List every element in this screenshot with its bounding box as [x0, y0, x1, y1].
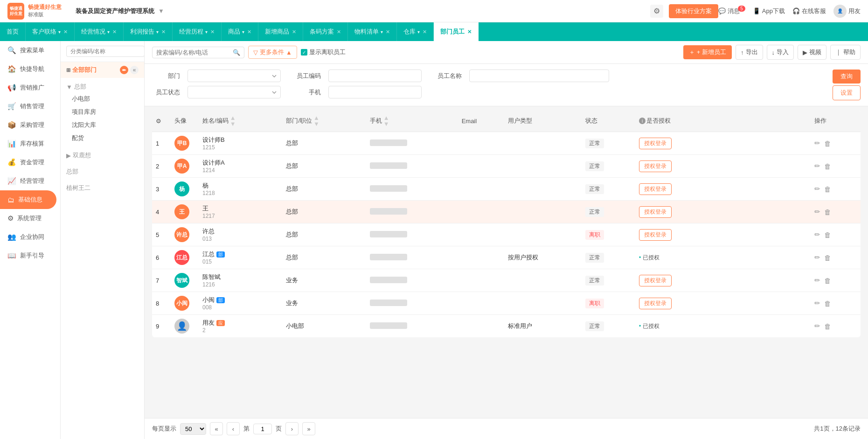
- show-resigned-toggle[interactable]: ✓ 显示离职员工: [301, 48, 346, 56]
- auth-login-button[interactable]: 授权登录: [639, 229, 672, 241]
- dept-edit-icon[interactable]: ✏: [120, 66, 128, 74]
- top-right-actions: 💬 消息 5 📱 App下载 🎧 在线客服 👤 用友: [718, 5, 861, 18]
- delete-icon[interactable]: 🗑: [824, 208, 831, 216]
- emp-code-input[interactable]: [328, 70, 422, 82]
- tab-add-goods[interactable]: 新增商品 ✕: [258, 22, 303, 41]
- edit-icon[interactable]: ✏: [814, 230, 820, 239]
- edit-icon[interactable]: ✏: [814, 185, 820, 193]
- phone-input[interactable]: [328, 86, 422, 98]
- last-page-button[interactable]: »: [302, 422, 315, 435]
- auth-login-button[interactable]: 授权登录: [639, 275, 672, 286]
- edit-icon[interactable]: ✏: [814, 322, 820, 330]
- auth-login-button[interactable]: 授权登录: [639, 138, 672, 149]
- next-page-button[interactable]: ›: [285, 422, 299, 435]
- dept-search-input[interactable]: [66, 46, 145, 57]
- auth-login-button[interactable]: 授权登录: [639, 298, 672, 309]
- edit-icon[interactable]: ✏: [814, 276, 820, 285]
- tab-dept-staff[interactable]: 部门员工 ✕: [434, 22, 479, 41]
- search-input[interactable]: [156, 49, 231, 56]
- dept-collapse-icon[interactable]: «: [130, 66, 139, 74]
- dept-section-title-zs[interactable]: 植树王二: [61, 181, 144, 194]
- col-name[interactable]: 姓名/编码▲▼: [199, 110, 282, 132]
- delete-icon[interactable]: 🗑: [824, 231, 831, 239]
- sidebar-item-basic[interactable]: 🗂 基础信息: [0, 190, 56, 209]
- delete-icon[interactable]: 🗑: [824, 254, 831, 262]
- tab-customer[interactable]: 客户联络 ▾✕: [26, 22, 75, 41]
- dept-select[interactable]: [187, 70, 281, 82]
- tab-home[interactable]: 首页: [0, 22, 26, 41]
- search-submit-icon[interactable]: 🔍: [233, 49, 240, 56]
- delete-icon[interactable]: 🗑: [824, 162, 831, 170]
- sidebar-item-inventory[interactable]: 📊 库存核算: [0, 134, 60, 153]
- edit-icon[interactable]: ✏: [814, 139, 820, 147]
- settings-gear-icon[interactable]: ⚙: [650, 5, 663, 18]
- tab-goods[interactable]: 商品 ▾✕: [222, 22, 258, 41]
- prev-page-button[interactable]: ‹: [227, 422, 240, 435]
- tab-barcode[interactable]: 条码方案 ✕: [303, 22, 348, 41]
- message-button[interactable]: 💬 消息 5: [718, 7, 745, 15]
- row-status: 正常: [582, 155, 635, 178]
- dept-item-project[interactable]: 项目库房: [61, 105, 144, 118]
- col-dept[interactable]: 部门/职位▲▼: [282, 110, 366, 132]
- dept-section-title-zb2[interactable]: 总部: [61, 165, 144, 177]
- import-button[interactable]: ↓ 导入: [767, 45, 794, 60]
- tab-warehouse[interactable]: 仓库 ▾✕: [397, 22, 434, 41]
- auth-login-button[interactable]: 授权登录: [639, 183, 672, 195]
- sidebar-item-system[interactable]: ⚙ 系统管理: [0, 209, 60, 228]
- user-menu[interactable]: 👤 用友: [833, 5, 861, 18]
- tab-bom[interactable]: 物料清单 ▾✕: [348, 22, 397, 41]
- delete-icon[interactable]: 🗑: [824, 277, 831, 285]
- status-badge: 正常: [585, 161, 604, 171]
- col-phone[interactable]: 手机▲▼: [366, 110, 458, 132]
- dept-section-title-hq[interactable]: ▼ 总部: [61, 80, 144, 92]
- delete-icon[interactable]: 🗑: [824, 185, 831, 193]
- dept-item-xiaodian[interactable]: 小电部: [61, 92, 144, 105]
- sidebar-item-finance[interactable]: 💰 资金管理: [0, 153, 60, 172]
- tab-profit[interactable]: 利润报告 ▾✕: [124, 22, 173, 41]
- help-button[interactable]: ｜ 帮助: [830, 45, 861, 60]
- page-number-input[interactable]: [253, 424, 272, 434]
- sidebar-item-collab[interactable]: 👥 企业协同: [0, 228, 60, 246]
- add-employee-button[interactable]: ＋ + 新增员工: [683, 45, 732, 59]
- tab-history[interactable]: 经营历程 ▾✕: [173, 22, 222, 41]
- app-download-button[interactable]: 📱 App下载: [753, 7, 785, 15]
- sidebar-item-marketing[interactable]: 📢 营销推广: [0, 78, 60, 97]
- row-spacer: [717, 315, 811, 338]
- edit-icon[interactable]: ✏: [814, 299, 820, 307]
- sys-title-dropdown[interactable]: ▼: [158, 7, 164, 14]
- sidebar-item-purchase[interactable]: 📦 采购管理: [0, 116, 60, 134]
- auth-login-button[interactable]: 授权登录: [639, 206, 672, 218]
- per-page-select[interactable]: 50 20 100: [180, 423, 206, 435]
- sidebar-item-search[interactable]: 🔍 搜索菜单: [0, 41, 60, 60]
- emp-name-input[interactable]: [469, 70, 609, 82]
- dept-item-shenyang[interactable]: 沈阳大库: [61, 118, 144, 132]
- sidebar-item-mgmt[interactable]: 📈 经营管理: [0, 172, 60, 190]
- dept-item-distribution[interactable]: 配货: [61, 132, 144, 145]
- delete-icon[interactable]: 🗑: [824, 300, 831, 307]
- delete-icon[interactable]: 🗑: [824, 139, 831, 147]
- first-page-button[interactable]: «: [210, 422, 223, 435]
- row-actions: ✏🗑: [811, 246, 861, 269]
- tab-operations[interactable]: 经营情况 ▾✕: [75, 22, 124, 41]
- export-button[interactable]: ↑ 导出: [736, 45, 763, 60]
- delete-icon[interactable]: 🗑: [824, 322, 831, 330]
- more-filters-button[interactable]: ▽ 更多条件 ▲: [248, 46, 297, 59]
- row-name: 设计师B1215: [199, 132, 282, 155]
- sidebar: 🔍 搜索菜单 🏠 快捷导航 📢 营销推广 🛒 销售管理 📦 采购管理 📊 库存核…: [0, 41, 61, 439]
- sidebar-item-guide[interactable]: 📖 新手引导: [0, 246, 60, 265]
- sidebar-item-sales[interactable]: 🛒 销售管理: [0, 97, 60, 116]
- col-settings[interactable]: ⚙: [152, 110, 171, 132]
- emp-status-select[interactable]: [187, 86, 281, 98]
- trial-button[interactable]: 体验行业方案: [669, 4, 718, 18]
- online-service-button[interactable]: 🎧 在线客服: [792, 7, 826, 15]
- auth-login-button[interactable]: 授权登录: [639, 160, 672, 172]
- set-button[interactable]: 设置: [833, 85, 861, 100]
- dept-all-button[interactable]: ⊞ 全部部门 ✏ «: [61, 62, 144, 78]
- edit-icon[interactable]: ✏: [814, 208, 820, 216]
- edit-icon[interactable]: ✏: [814, 253, 820, 262]
- query-button[interactable]: 查询: [833, 70, 861, 84]
- dept-section-title-sl[interactable]: ▶ 双鹿想: [61, 148, 144, 161]
- video-button[interactable]: ▶ 视频: [798, 45, 826, 60]
- edit-icon[interactable]: ✏: [814, 162, 820, 170]
- sidebar-item-nav[interactable]: 🏠 快捷导航: [0, 60, 60, 78]
